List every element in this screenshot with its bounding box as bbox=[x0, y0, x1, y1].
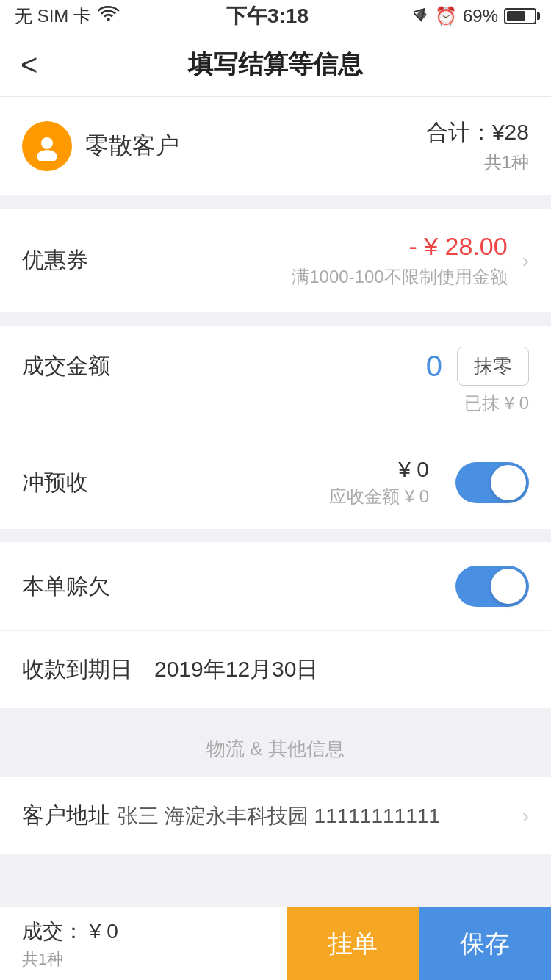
deal-amount-row: 成交金额 0 抹零 已抹 ¥ 0 bbox=[0, 325, 551, 436]
debt-section: 本单赊欠 收款到期日 2019年12月30日 bbox=[0, 542, 551, 708]
coupon-label: 优惠券 bbox=[22, 245, 88, 275]
address-value: 张三 海淀永丰科技园 11111111111 bbox=[118, 802, 515, 830]
avatar bbox=[22, 121, 72, 171]
bottom-deal-label: 成交： bbox=[22, 920, 84, 943]
svg-point-0 bbox=[41, 137, 53, 149]
prepay-toggle[interactable] bbox=[455, 462, 529, 503]
coupon-section[interactable]: 优惠券 - ¥ 28.00 满1000-100不限制使用金额 › bbox=[0, 208, 551, 312]
customer-section: 零散客户 合计：¥28 共1种 bbox=[0, 97, 551, 195]
battery-percent: 69% bbox=[463, 6, 498, 26]
location-icon bbox=[414, 6, 429, 26]
customer-name: 零散客户 bbox=[85, 130, 179, 162]
deal-value[interactable]: 0 bbox=[426, 350, 442, 383]
svg-point-1 bbox=[37, 150, 57, 161]
alarm-icon: ⏰ bbox=[435, 6, 457, 26]
address-label: 客户地址 bbox=[22, 801, 110, 831]
coupon-value: - ¥ 28.00 bbox=[408, 232, 507, 261]
address-section: 客户地址 张三 海淀永丰科技园 11111111111 › bbox=[0, 777, 551, 854]
bottom-bar: 成交： ¥ 0 共1种 挂单 保存 bbox=[0, 907, 551, 980]
bottom-deal-amount: ¥ 0 bbox=[90, 920, 118, 943]
total-amount: 合计：¥28 bbox=[426, 118, 529, 148]
save-button[interactable]: 保存 bbox=[419, 907, 551, 980]
debt-row: 本单赊欠 bbox=[0, 542, 551, 630]
back-button[interactable]: < bbox=[21, 50, 37, 79]
battery-icon bbox=[504, 8, 536, 24]
address-chevron-icon: › bbox=[522, 804, 529, 828]
toggle-knob bbox=[491, 465, 526, 500]
carrier-text: 无 SIM 卡 bbox=[15, 4, 91, 28]
logistics-label: 物流 & 其他信息 bbox=[206, 736, 345, 762]
prepay-label: 冲预收 bbox=[22, 468, 88, 498]
wifi-icon bbox=[98, 6, 120, 26]
address-row[interactable]: 客户地址 张三 海淀永丰科技园 11111111111 › bbox=[0, 777, 551, 854]
time-text: 下午3:18 bbox=[226, 2, 309, 30]
bottom-summary: 成交： ¥ 0 共1种 bbox=[0, 907, 287, 980]
status-left: 无 SIM 卡 bbox=[15, 4, 120, 28]
deal-label: 成交金额 bbox=[22, 351, 110, 381]
debt-label: 本单赊欠 bbox=[22, 572, 110, 602]
debt-toggle[interactable] bbox=[455, 566, 529, 607]
customer-row: 零散客户 合计：¥28 共1种 bbox=[0, 97, 551, 195]
coupon-sub: 满1000-100不限制使用金额 bbox=[292, 265, 507, 289]
debt-toggle-knob bbox=[491, 569, 526, 604]
hang-button[interactable]: 挂单 bbox=[287, 907, 419, 980]
coupon-chevron-icon: › bbox=[522, 249, 529, 273]
coupon-row[interactable]: 优惠券 - ¥ 28.00 满1000-100不限制使用金额 › bbox=[0, 208, 551, 312]
deal-sub: 已抹 ¥ 0 bbox=[22, 392, 529, 415]
nav-bar: < 填写结算等信息 bbox=[0, 32, 551, 97]
round-button[interactable]: 抹零 bbox=[457, 347, 529, 386]
due-date-label: 收款到期日 bbox=[22, 655, 132, 685]
page-title: 填写结算等信息 bbox=[188, 48, 363, 82]
status-right: ⏰ 69% bbox=[414, 6, 536, 26]
prepay-row: 冲预收 ¥ 0 应收金额 ¥ 0 bbox=[0, 436, 551, 529]
status-bar: 无 SIM 卡 下午3:18 ⏰ 69% bbox=[0, 0, 551, 32]
due-date-row: 收款到期日 2019年12月30日 bbox=[0, 630, 551, 708]
total-count: 共1种 bbox=[426, 151, 529, 174]
logistics-header: 物流 & 其他信息 bbox=[0, 721, 551, 777]
prepay-amount: ¥ 0 bbox=[329, 457, 429, 482]
deal-section: 成交金额 0 抹零 已抹 ¥ 0 冲预收 ¥ 0 应收金额 ¥ 0 bbox=[0, 325, 551, 529]
prepay-sub: 应收金额 ¥ 0 bbox=[329, 485, 429, 508]
due-date-value: 2019年12月30日 bbox=[154, 655, 318, 685]
bottom-deal-line: 成交： ¥ 0 bbox=[22, 918, 264, 945]
bottom-count: 共1种 bbox=[22, 948, 264, 970]
